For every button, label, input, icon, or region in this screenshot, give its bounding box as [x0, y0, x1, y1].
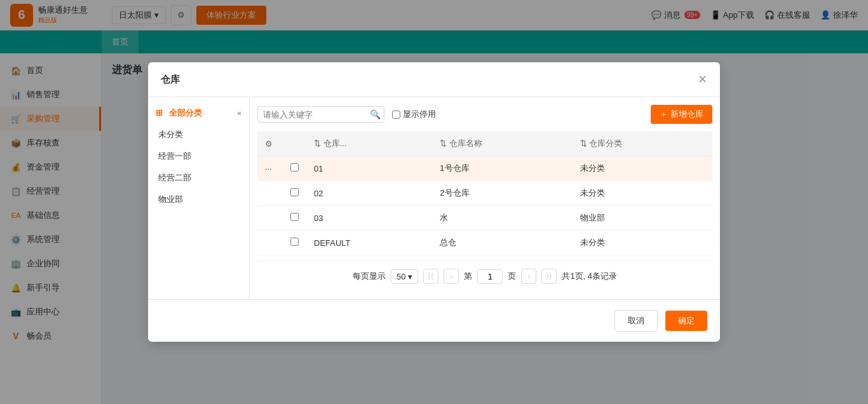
row-gear: ···	[257, 156, 283, 181]
modal-footer: 取消 确定	[148, 299, 720, 342]
sort-icon2: ⇅	[440, 138, 447, 148]
grid-icon: ⊞	[156, 108, 163, 118]
modal-overlay[interactable]: 仓库 ✕ ⊞ 全部分类 « 未分类 经营一部	[0, 0, 868, 404]
search-box: 🔍	[257, 106, 384, 123]
page-input[interactable]	[477, 269, 503, 284]
table-panel: 🔍 显示停用 ＋ 新增仓库 ⚙	[250, 97, 720, 299]
warehouse-modal: 仓库 ✕ ⊞ 全部分类 « 未分类 经营一部	[148, 62, 720, 342]
page-suffix: 页	[508, 271, 516, 282]
modal-body: ⊞ 全部分类 « 未分类 经营一部 经营二部 物业部	[148, 97, 720, 299]
row-checkbox[interactable]	[283, 156, 306, 181]
row-checkbox[interactable]	[283, 206, 306, 231]
warehouse-table: ⚙ ⇅ 仓库... ⇅ 仓库名称	[257, 131, 712, 255]
category-item-property[interactable]: 物业部	[148, 189, 249, 210]
next-page-button[interactable]: ›	[521, 269, 536, 284]
show-disabled-label: 显示停用	[392, 109, 436, 120]
modal-title: 仓库	[161, 74, 180, 86]
sort-icon: ⇅	[314, 138, 321, 148]
row-checkbox[interactable]	[283, 181, 306, 206]
show-disabled-checkbox[interactable]	[392, 111, 400, 119]
category-item-unclassified[interactable]: 未分类	[148, 124, 249, 145]
category-item-dept2[interactable]: 经营二部	[148, 167, 249, 189]
collapse-icon[interactable]: «	[237, 109, 241, 118]
page-label: 第	[464, 271, 472, 282]
row-name: 1号仓库	[432, 156, 572, 181]
modal-header: 仓库 ✕	[148, 62, 720, 97]
row-name: 总仓	[432, 231, 572, 255]
category-item-dept1[interactable]: 经营一部	[148, 145, 249, 167]
table-row[interactable]: 02 2号仓库 未分类	[257, 181, 712, 206]
total-label: 共1页, 4条记录	[562, 271, 617, 282]
row-checkbox[interactable]	[283, 231, 306, 255]
category-all-label: 全部分类	[169, 108, 202, 118]
row-category: 未分类	[573, 181, 712, 206]
table-row[interactable]: 03 水 物业部	[257, 206, 712, 231]
pagination: 每页显示 50 ▾ ⟨⟨ ‹ 第 页 › ⟩⟩ 共1页, 4条记录	[257, 260, 712, 292]
row-category: 物业部	[573, 206, 712, 231]
row-name: 2号仓库	[432, 181, 572, 206]
prev-page-button[interactable]: ‹	[444, 269, 459, 284]
row-name: 水	[432, 206, 572, 231]
first-page-button[interactable]: ⟨⟨	[423, 269, 438, 284]
row-gear	[257, 181, 283, 206]
sort-icon3: ⇅	[580, 138, 587, 148]
add-warehouse-button[interactable]: ＋ 新增仓库	[651, 105, 712, 124]
row-gear	[257, 231, 283, 255]
category-all-header[interactable]: ⊞ 全部分类 «	[148, 102, 249, 124]
search-input[interactable]	[263, 110, 370, 119]
table-header-row: ⚙ ⇅ 仓库... ⇅ 仓库名称	[257, 131, 712, 156]
table-row[interactable]: ··· 01 1号仓库 未分类	[257, 156, 712, 181]
col-category: ⇅ 仓库分类	[573, 131, 712, 156]
search-icon[interactable]: 🔍	[370, 109, 381, 119]
row-category: 未分类	[573, 231, 712, 255]
row-code: 01	[306, 156, 432, 181]
table-row[interactable]: DEFAULT 总仓 未分类	[257, 231, 712, 255]
col-name: ⇅ 仓库名称	[432, 131, 572, 156]
row-code: DEFAULT	[306, 231, 432, 255]
gear-icon: ⚙	[265, 139, 273, 149]
page-size-selector[interactable]: 50 ▾	[391, 269, 418, 284]
last-page-button[interactable]: ⟩⟩	[541, 269, 557, 284]
chevron-down-icon2: ▾	[408, 272, 412, 281]
per-page-label: 每页显示	[353, 271, 386, 282]
row-gear	[257, 206, 283, 231]
close-icon[interactable]: ✕	[698, 72, 707, 86]
table-toolbar: 🔍 显示停用 ＋ 新增仓库	[257, 105, 712, 124]
col-checkbox	[283, 131, 306, 156]
category-panel: ⊞ 全部分类 « 未分类 经营一部 经营二部 物业部	[148, 97, 250, 299]
row-code: 03	[306, 206, 432, 231]
confirm-button[interactable]: 确定	[665, 311, 707, 331]
col-gear: ⚙	[257, 131, 283, 156]
row-code: 02	[306, 181, 432, 206]
col-code: ⇅ 仓库...	[306, 131, 432, 156]
cancel-button[interactable]: 取消	[614, 310, 658, 332]
row-category: 未分类	[573, 156, 712, 181]
